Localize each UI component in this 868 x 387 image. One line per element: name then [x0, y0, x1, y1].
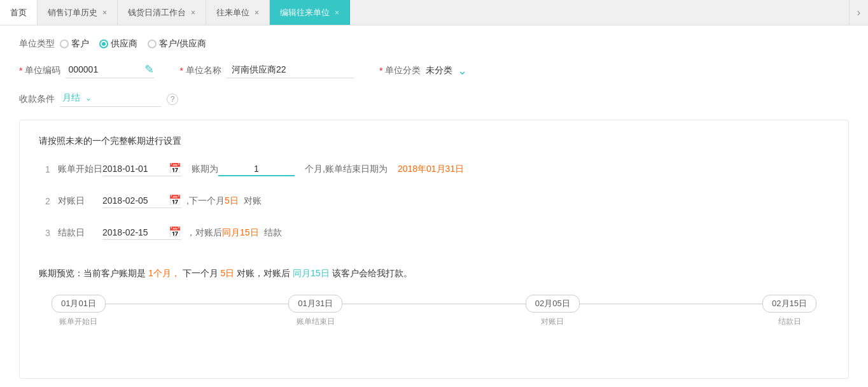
reconcile-highlight: 5日 — [225, 195, 239, 207]
node-badge-1: 01月01日 — [52, 295, 106, 313]
unit-code-input[interactable] — [66, 63, 142, 76]
period-value-input[interactable] — [218, 162, 295, 176]
tab-cash-work[interactable]: 钱货日清工作台 × — [118, 0, 206, 25]
tab-edit-partner[interactable]: 编辑往来单位 × — [270, 0, 350, 25]
node-badge-4: 02月15日 — [762, 295, 816, 313]
bill-start-date-group: 📅 — [102, 162, 181, 176]
tab-partner[interactable]: 往来单位 × — [206, 0, 270, 25]
tab-home[interactable]: 首页 — [0, 0, 38, 25]
preview-suffix: 该客户会给我打款。 — [332, 268, 412, 278]
payment-condition-row: 收款条件 月结 ⌄ ? — [19, 91, 849, 107]
unit-name-label: 单位名称 — [186, 65, 221, 76]
timeline-node-4: 02月15日 结款日 — [762, 295, 816, 327]
radio-group: 客户 供应商 客户/供应商 — [60, 38, 206, 50]
unit-code-label: 单位编码 — [25, 65, 60, 76]
payment-condition-group: 收款条件 月结 ⌄ ? — [19, 91, 178, 107]
timeline-nodes: 01月01日 账单开始日 01月31日 账单结束日 02月05日 对账日 02月… — [52, 295, 816, 327]
unit-info-row: * 单位编码 ✎ * 单位名称 * 单位分类 未分类 ⌄ — [19, 62, 849, 78]
payment-row: 3 结款日 📅 ，对账后 同月15日 结款 — [39, 226, 829, 240]
tab-cash-work-label: 钱货日清工作台 — [128, 7, 186, 18]
reconcile-date-input[interactable] — [102, 195, 166, 206]
node-label-1: 账单开始日 — [59, 316, 97, 327]
radio-both-circle — [148, 39, 157, 48]
row-num-2: 2 — [45, 196, 58, 206]
unit-name-input[interactable] — [227, 62, 354, 78]
reconcile-prefix: ,下一个月 — [186, 195, 225, 207]
radio-supplier[interactable]: 供应商 — [99, 38, 137, 50]
radio-customer-label: 客户 — [71, 38, 89, 50]
tab-partner-label: 往来单位 — [216, 7, 249, 18]
preview-prefix: 账期预览：当前客户账期是 — [39, 268, 146, 278]
settings-title: 请按照未来的一个完整帐期进行设置 — [39, 136, 829, 147]
node-badge-3: 02月05日 — [526, 295, 580, 313]
tab-sales-history-close[interactable]: × — [102, 8, 107, 17]
unit-name-star: * — [179, 66, 183, 76]
unit-category-star: * — [379, 66, 382, 76]
radio-customer[interactable]: 客户 — [60, 38, 89, 50]
payment-calendar-icon[interactable]: 📅 — [169, 226, 181, 238]
tab-edit-partner-label: 编辑往来单位 — [280, 7, 330, 18]
radio-customer-circle — [60, 39, 69, 48]
payment-chevron-icon: ⌄ — [85, 94, 92, 102]
bill-start-row: 1 账单开始日 📅 账期为 个月,账单结束日期为 2018年01月31日 — [39, 162, 829, 176]
tab-sales-history[interactable]: 销售订单历史 × — [38, 0, 118, 25]
node-label-3: 对账日 — [541, 316, 564, 327]
tab-bar: 首页 销售订单历史 × 钱货日清工作台 × 往来单位 × 编辑往来单位 × › — [0, 0, 868, 25]
radio-both[interactable]: 客户/供应商 — [148, 38, 206, 50]
main-content: 单位类型 客户 供应商 客户/供应商 * 单位编码 — [0, 25, 868, 387]
reconcile-row: 2 对账日 📅 ,下一个月 5日 对账 — [39, 194, 829, 208]
unit-code-copy-icon[interactable]: ✎ — [144, 62, 154, 76]
tab-edit-partner-close[interactable]: × — [335, 8, 339, 17]
category-chevron-icon: ⌄ — [458, 64, 467, 78]
node-badge-2: 01月31日 — [288, 295, 342, 313]
bill-start-calendar-icon[interactable]: 📅 — [169, 162, 181, 174]
preview-reconcile-highlight: 5日 — [220, 268, 234, 278]
bill-start-label: 账单开始日 — [58, 164, 102, 175]
reconcile-suffix: 对账 — [244, 195, 262, 207]
unit-category-label: 单位分类 — [385, 65, 421, 76]
unit-category-value: 未分类 — [426, 65, 452, 76]
bill-start-date-input[interactable] — [102, 164, 166, 174]
payment-condition-value: 月结 — [60, 91, 83, 105]
settings-box: 请按照未来的一个完整帐期进行设置 1 账单开始日 📅 账期为 个月,账单结束日期… — [19, 120, 849, 379]
preview-reconcile-middle: 对账，对账后 — [237, 268, 290, 278]
payment-suffix: 结款 — [264, 227, 282, 239]
payment-condition-select[interactable]: 月结 ⌄ — [60, 91, 162, 107]
preview-section: 账期预览：当前客户账期是 1个月， 下一个月 5日 对账，对账后 同月15日 该… — [39, 258, 829, 363]
preview-reconcile-prefix: 下一个月 — [183, 268, 218, 278]
timeline-node-2: 01月31日 账单结束日 — [288, 295, 342, 327]
preview-period: 1个月， — [148, 268, 180, 278]
preview-payment-highlight: 同月15日 — [293, 268, 330, 278]
tab-partner-close[interactable]: × — [255, 8, 259, 17]
payment-condition-label: 收款条件 — [19, 94, 55, 105]
reconcile-label: 对账日 — [58, 195, 102, 207]
node-label-2: 账单结束日 — [297, 316, 335, 327]
tab-sales-history-label: 销售订单历史 — [48, 7, 97, 18]
period-suffix: 个月,账单结束日期为 — [305, 164, 388, 175]
unit-code-group: * 单位编码 ✎ — [19, 62, 154, 78]
unit-type-label: 单位类型 — [19, 38, 55, 50]
preview-text: 账期预览：当前客户账期是 1个月， 下一个月 5日 对账，对账后 同月15日 该… — [39, 268, 829, 279]
payment-label: 结款日 — [58, 227, 102, 239]
row-num-1: 1 — [45, 164, 58, 174]
reconcile-date-group: 📅 — [102, 194, 181, 208]
payment-date-input[interactable] — [102, 227, 166, 237]
payment-prefix: ，对账后 — [186, 227, 222, 239]
timeline-node-1: 01月01日 账单开始日 — [52, 295, 106, 327]
timeline-container: 01月01日 账单开始日 01月31日 账单结束日 02月05日 对账日 02月… — [39, 295, 829, 353]
radio-both-label: 客户/供应商 — [159, 38, 206, 50]
radio-supplier-circle — [99, 39, 108, 48]
unit-category-select[interactable]: 未分类 ⌄ — [426, 64, 467, 78]
unit-type-group: 单位类型 客户 供应商 客户/供应商 — [19, 38, 206, 50]
period-prefix: 账期为 — [192, 164, 218, 175]
reconcile-calendar-icon[interactable]: 📅 — [169, 194, 181, 206]
unit-category-group: * 单位分类 未分类 ⌄ — [379, 64, 467, 78]
payment-help-icon[interactable]: ? — [167, 94, 178, 105]
timeline-node-3: 02月05日 对账日 — [526, 295, 580, 327]
unit-code-star: * — [19, 66, 22, 76]
tab-cash-work-close[interactable]: × — [191, 8, 195, 17]
tab-more-arrow[interactable]: › — [849, 0, 868, 25]
payment-date-group: 📅 — [102, 226, 181, 240]
unit-name-group: * 单位名称 — [179, 62, 353, 78]
node-label-4: 结款日 — [778, 316, 801, 327]
